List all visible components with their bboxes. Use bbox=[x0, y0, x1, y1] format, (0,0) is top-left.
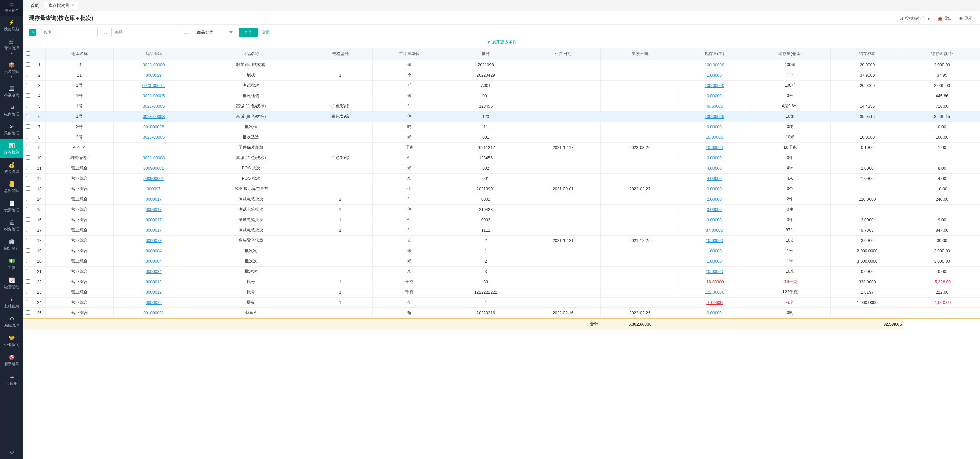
display-btn[interactable]: 👁 显示 bbox=[957, 14, 975, 22]
row-qty-main-6[interactable]: 0.00000 bbox=[679, 122, 749, 132]
expand-conditions-btn[interactable]: ▼ 展开更多条件 bbox=[487, 39, 517, 45]
row-code-18[interactable]: 0000084 bbox=[113, 246, 194, 256]
row-qty-main-13[interactable]: 2.00000 bbox=[679, 194, 749, 204]
sidebar-item-wholesale[interactable]: 📦 批发管理 ▼ bbox=[0, 59, 24, 82]
row-checkbox-0[interactable] bbox=[24, 60, 33, 70]
row-qty-main-14[interactable]: 0.00000 bbox=[679, 204, 749, 215]
row-code-12[interactable]: 000097 bbox=[113, 184, 194, 194]
row-code-17[interactable]: 0000078 bbox=[113, 236, 194, 246]
row-checkbox-24[interactable] bbox=[24, 308, 33, 319]
row-code-16[interactable]: 0000017 bbox=[113, 225, 194, 236]
row-checkbox-15[interactable] bbox=[24, 215, 33, 225]
row-checkbox-13[interactable] bbox=[24, 194, 33, 204]
row-checkbox-14[interactable] bbox=[24, 204, 33, 215]
sidebar-item-finance[interactable]: 💰 资金管理 bbox=[0, 158, 24, 178]
row-code-5[interactable]: 0023-00008 bbox=[113, 112, 194, 122]
row-code-3[interactable]: 0023-00005 bbox=[113, 91, 194, 101]
row-code-0[interactable]: 0023-00009 bbox=[113, 60, 194, 70]
sidebar-search[interactable]: ☰ 搜索菜单 bbox=[0, 0, 24, 16]
tab-inventory-batch[interactable]: 库存批次量 ✕ bbox=[44, 1, 78, 10]
sidebar-nav[interactable]: ⚡ 快捷导航 bbox=[0, 16, 24, 35]
row-checkbox-18[interactable] bbox=[24, 246, 33, 256]
row-checkbox-11[interactable] bbox=[24, 174, 33, 184]
row-code-10[interactable]: 000900001 bbox=[113, 163, 194, 174]
search-btn[interactable]: 查询 bbox=[239, 27, 258, 37]
settings-link[interactable]: 设置 bbox=[261, 30, 269, 35]
sidebar-item-cloud[interactable]: ☁ 云应用 bbox=[0, 370, 24, 389]
row-checkbox-12[interactable] bbox=[24, 184, 33, 194]
row-qty-main-16[interactable]: 87.00000 bbox=[679, 225, 749, 236]
sidebar-item-ecom1[interactable]: 💻 小赢电商 bbox=[0, 82, 24, 101]
row-qty-main-17[interactable]: 10.00000 bbox=[679, 236, 749, 246]
row-qty-main-15[interactable]: 3.00000 bbox=[679, 215, 749, 225]
row-code-15[interactable]: 0000017 bbox=[113, 215, 194, 225]
sidebar-settings-btn[interactable]: ⚙ bbox=[0, 446, 24, 459]
sidebar-item-assets[interactable]: 🏢 固定资产 bbox=[0, 235, 24, 255]
row-qty-main-3[interactable]: 0.00000 bbox=[679, 91, 749, 101]
row-checkbox-8[interactable] bbox=[24, 143, 33, 153]
export-btn[interactable]: 📤 导出 bbox=[935, 14, 954, 22]
sidebar-item-salary[interactable]: 💵 工资 bbox=[0, 255, 24, 274]
row-checkbox-20[interactable] bbox=[24, 266, 33, 277]
product-input[interactable] bbox=[111, 27, 180, 37]
sidebar-item-tax[interactable]: 🏛 税务管理 bbox=[0, 216, 24, 235]
row-code-23[interactable]: 0000029 bbox=[113, 298, 194, 308]
row-code-20[interactable]: 0000084 bbox=[113, 266, 194, 277]
row-checkbox-4[interactable] bbox=[24, 101, 33, 112]
row-qty-main-7[interactable]: 10.00000 bbox=[679, 132, 749, 143]
tab-home[interactable]: 首页 bbox=[26, 1, 43, 10]
filter-dots-2[interactable]: ... bbox=[183, 29, 190, 35]
warehouse-input[interactable] bbox=[40, 27, 98, 37]
filter-arrow-btn[interactable]: > bbox=[29, 29, 37, 36]
row-code-22[interactable]: 0000012 bbox=[113, 287, 194, 298]
row-code-13[interactable]: 0000017 bbox=[113, 194, 194, 204]
row-qty-main-9[interactable]: 0.00000 bbox=[679, 153, 749, 163]
row-code-8[interactable] bbox=[113, 143, 194, 153]
row-qty-main-0[interactable]: 100.00000 bbox=[679, 60, 749, 70]
row-qty-main-12[interactable]: 0.00000 bbox=[679, 184, 749, 194]
row-checkbox-23[interactable] bbox=[24, 298, 33, 308]
row-qty-main-23[interactable]: -1.00000 bbox=[679, 298, 749, 308]
row-qty-main-2[interactable]: 100.00000 bbox=[679, 81, 749, 91]
row-qty-main-11[interactable]: 4.00000 bbox=[679, 174, 749, 184]
row-qty-main-19[interactable]: 1.00000 bbox=[679, 256, 749, 266]
row-qty-main-21[interactable]: -16.00000 bbox=[679, 277, 749, 287]
row-checkbox-19[interactable] bbox=[24, 256, 33, 266]
row-checkbox-16[interactable] bbox=[24, 225, 33, 236]
row-code-7[interactable]: 0023-00005 bbox=[113, 132, 194, 143]
row-qty-main-10[interactable]: 4.00000 bbox=[679, 163, 749, 174]
row-code-6[interactable]: 001000026 bbox=[113, 122, 194, 132]
row-checkbox-3[interactable] bbox=[24, 91, 33, 101]
sidebar-item-inventory[interactable]: 📊 库存核算 bbox=[0, 139, 24, 158]
row-checkbox-9[interactable] bbox=[24, 153, 33, 163]
row-qty-main-1[interactable]: 1.00000 bbox=[679, 70, 749, 81]
sidebar-item-guide[interactable]: 🎯 新手引导 bbox=[0, 351, 24, 370]
sidebar-item-system[interactable]: ⚙ 系统管理 bbox=[0, 312, 24, 332]
row-code-2[interactable]: 0023-0000... bbox=[113, 81, 194, 91]
row-checkbox-6[interactable] bbox=[24, 122, 33, 132]
sidebar-item-mgmt[interactable]: 📈 经营管理 bbox=[0, 274, 24, 293]
select-all-checkbox[interactable] bbox=[26, 51, 30, 56]
row-qty-main-18[interactable]: 1.00000 bbox=[679, 246, 749, 256]
row-qty-main-20[interactable]: 10.00000 bbox=[679, 266, 749, 277]
row-code-14[interactable]: 0000017 bbox=[113, 204, 194, 215]
row-code-1[interactable]: 0000029 bbox=[113, 70, 194, 81]
row-qty-main-8[interactable]: 10.00000 bbox=[679, 143, 749, 153]
row-code-9[interactable]: 0023-00008 bbox=[113, 153, 194, 163]
sidebar-item-collab[interactable]: 🤝 企业协同 bbox=[0, 332, 24, 351]
row-code-11[interactable]: 000900001 bbox=[113, 174, 194, 184]
sidebar-item-retail[interactable]: 🛒 零售管理 ▼ bbox=[0, 35, 24, 59]
row-checkbox-5[interactable] bbox=[24, 112, 33, 122]
row-checkbox-17[interactable] bbox=[24, 236, 33, 246]
row-code-21[interactable]: 0000012 bbox=[113, 277, 194, 287]
row-checkbox-21[interactable] bbox=[24, 277, 33, 287]
category-select[interactable]: 商品分类 bbox=[194, 27, 235, 37]
row-checkbox-7[interactable] bbox=[24, 132, 33, 143]
row-qty-main-24[interactable]: 0.00000 bbox=[679, 308, 749, 319]
row-checkbox-2[interactable] bbox=[24, 81, 33, 91]
sidebar-item-ecom2[interactable]: 🖥 电商管理 bbox=[0, 101, 24, 120]
sidebar-item-purchase[interactable]: 🛍 采购管理 bbox=[0, 120, 24, 139]
row-qty-main-4[interactable]: 49.60000 bbox=[679, 101, 749, 112]
sidebar-item-ledger[interactable]: 📒 总账管理 bbox=[0, 178, 24, 197]
row-qty-main-5[interactable]: 100.00000 bbox=[679, 112, 749, 122]
